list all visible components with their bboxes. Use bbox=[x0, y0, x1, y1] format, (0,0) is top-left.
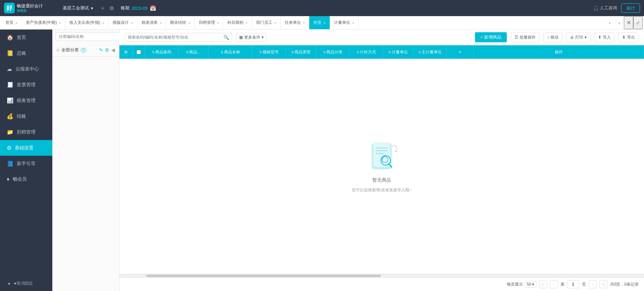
consultant-button[interactable]: 🎧 人工咨询 bbox=[593, 5, 617, 11]
sidebar-label-0: 首页 bbox=[17, 35, 26, 41]
settings-icon[interactable]: ⚙ bbox=[109, 5, 114, 11]
more-filters-button[interactable]: ▦ 更多条件 ▾ bbox=[236, 33, 267, 42]
tab-close-8[interactable]: × bbox=[274, 21, 276, 25]
export-label: 导出 bbox=[627, 35, 635, 40]
batch-operation-button[interactable]: ☰ 批量操作 bbox=[511, 33, 539, 42]
th-unit-label: 计量单位 bbox=[392, 49, 408, 55]
tab-item-10[interactable]: 存货× bbox=[309, 16, 330, 29]
th-checkbox[interactable] bbox=[133, 45, 145, 59]
sidebar-item-6[interactable]: 📁归档管理 bbox=[0, 124, 52, 140]
tab-item-7[interactable]: 科目期初× bbox=[223, 16, 252, 29]
add-tab-icon[interactable]: ＋ bbox=[100, 5, 105, 12]
content-area: 🔍 ⊞ 全部分类 0 ✎ ⚙ ◀ bbox=[52, 30, 644, 291]
table-header: ⚙ ⇅ 商品条码 ⇅ 商品... ⇅ 商品名称 bbox=[119, 45, 644, 59]
tab-item-11[interactable]: 计量单位× bbox=[330, 16, 359, 29]
print-icon: 🖨 bbox=[570, 35, 574, 40]
th-type[interactable]: ⇅ 商品类型 bbox=[286, 45, 316, 59]
sidebar-item-5[interactable]: 💰结账 bbox=[0, 108, 52, 124]
tab-item-6[interactable]: 归档管理× bbox=[195, 16, 223, 29]
th-barcode[interactable]: ⇅ 商品条码 bbox=[145, 45, 178, 59]
sidebar-item-9[interactable]: ♦畅会员 bbox=[0, 172, 52, 187]
svg-point-5 bbox=[382, 157, 388, 163]
sidebar-item-3[interactable]: 🧾发票管理 bbox=[0, 77, 52, 93]
sidebar-item-8[interactable]: 📘新手引导 bbox=[0, 156, 52, 172]
tab-close-11[interactable]: × bbox=[352, 21, 354, 25]
account-button[interactable]: 会计 bbox=[621, 3, 640, 13]
sidebar-item-1[interactable]: 📒总账 bbox=[0, 45, 52, 61]
main-search-icon[interactable]: 🔍 bbox=[223, 35, 229, 40]
settings-categories-icon[interactable]: ⚙ bbox=[105, 47, 109, 53]
tab-close-0[interactable]: × bbox=[15, 21, 17, 25]
print-button[interactable]: 🖨 打印 ▾ bbox=[566, 33, 590, 42]
th-col3[interactable]: ≡ bbox=[447, 45, 474, 59]
pagination-bar: 每页显示 50 ▾ |‹ ‹ 第 页 › ›| 共0页，0条记录 bbox=[119, 277, 644, 291]
th-settings[interactable]: ⚙ bbox=[119, 45, 133, 59]
th-code-label: 商品... bbox=[189, 49, 201, 55]
tab-item-5[interactable]: 期末结转× bbox=[166, 16, 195, 29]
cancel-pin-button[interactable]: ◄ ◄取消固定 bbox=[0, 276, 52, 291]
tab-close-all-button[interactable]: ✕ bbox=[624, 16, 633, 29]
tab-expand-button[interactable]: ⤢ bbox=[633, 16, 643, 29]
tab-label-9: 往来单位 bbox=[285, 20, 301, 26]
tab-close-7[interactable]: × bbox=[246, 21, 248, 25]
th-price-method[interactable]: ⇅ 计价方式 bbox=[350, 45, 383, 59]
tab-prev-button[interactable]: ‹ bbox=[605, 16, 614, 29]
sidebar-label-9: 畅会员 bbox=[13, 176, 27, 182]
sidebar-item-7[interactable]: ⚙基础设置 bbox=[0, 140, 52, 156]
add-product-button[interactable]: + 新增商品 bbox=[475, 32, 507, 42]
cancel-pin-label: ◄取消固定 bbox=[13, 281, 33, 286]
main-search-input[interactable] bbox=[128, 35, 223, 40]
tab-item-8[interactable]: 部门员工× bbox=[252, 16, 281, 29]
tab-item-0[interactable]: 首页× bbox=[1, 16, 22, 29]
collapse-panel-icon[interactable]: ◀ bbox=[111, 47, 115, 53]
tab-item-2[interactable]: 收入支出表(年报)× bbox=[65, 16, 109, 29]
th-spec[interactable]: ⇅ 规格型号 bbox=[252, 45, 286, 59]
th-code[interactable]: ⇅ 商品... bbox=[178, 45, 209, 59]
main-search-box[interactable]: 🔍 bbox=[125, 33, 232, 42]
sidebar-item-2[interactable]: ☁云报表中心 bbox=[0, 61, 52, 77]
company-selector[interactable]: 基层工会测试 ▾ bbox=[60, 4, 96, 12]
scrollbar-thumb[interactable] bbox=[146, 275, 381, 277]
tab-close-10[interactable]: × bbox=[323, 21, 325, 25]
move-button[interactable]: ↕ 移动 bbox=[543, 33, 562, 42]
empty-title: 暂无商品 bbox=[372, 177, 391, 183]
export-icon: ⬇ bbox=[622, 35, 626, 40]
select-all-checkbox[interactable] bbox=[137, 50, 141, 54]
horizontal-scrollbar[interactable] bbox=[119, 274, 644, 277]
sidebar-item-4[interactable]: 📊税务管理 bbox=[0, 93, 52, 108]
tab-close-5[interactable]: × bbox=[188, 21, 190, 25]
tab-close-2[interactable]: × bbox=[102, 21, 104, 25]
export-button[interactable]: ⬇ 导出 bbox=[619, 33, 639, 42]
left-search-input[interactable] bbox=[59, 34, 127, 39]
last-page-button[interactable]: ›| bbox=[599, 280, 607, 288]
th-name[interactable]: ⇅ 商品名称 bbox=[209, 45, 252, 59]
prev-page-button[interactable]: ‹ bbox=[550, 280, 558, 288]
tab-item-3[interactable]: 模版设计× bbox=[109, 16, 137, 29]
first-page-button[interactable]: |‹ bbox=[539, 280, 547, 288]
print-chevron-icon: ▾ bbox=[585, 35, 587, 40]
tab-close-6[interactable]: × bbox=[217, 21, 219, 25]
headset-icon: 🎧 bbox=[593, 6, 598, 11]
tab-close-4[interactable]: × bbox=[160, 21, 162, 25]
chevron-down-icon: ▾ bbox=[91, 6, 93, 11]
app-logo-icon: 好 bbox=[4, 3, 15, 13]
all-categories-label[interactable]: 全部分类 bbox=[61, 47, 79, 53]
tab-close-3[interactable]: × bbox=[131, 21, 133, 25]
th-unit[interactable]: ⇅ 计量单位 bbox=[383, 45, 413, 59]
page-number-input[interactable] bbox=[567, 280, 579, 288]
th-main-unit[interactable]: ⇅ 主计量单位 bbox=[413, 45, 447, 59]
tab-item-4[interactable]: 税表清单× bbox=[138, 16, 166, 29]
tab-next-button[interactable]: › bbox=[614, 16, 624, 29]
tab-close-1[interactable]: × bbox=[59, 21, 61, 25]
import-button[interactable]: ⬆ 导入 bbox=[594, 33, 614, 42]
edit-icon[interactable]: ✎ bbox=[99, 47, 103, 53]
tab-item-9[interactable]: 往来单位× bbox=[281, 16, 309, 29]
calendar-icon[interactable]: 📅 bbox=[150, 5, 156, 11]
sidebar-item-0[interactable]: 🏠首页 bbox=[0, 30, 52, 45]
next-page-button[interactable]: › bbox=[589, 280, 597, 288]
tab-close-9[interactable]: × bbox=[303, 21, 305, 25]
th-main-unit-label: 主计量单位 bbox=[422, 49, 442, 55]
tab-item-1[interactable]: 资产负债表(中期)× bbox=[22, 16, 65, 29]
page-size-box[interactable]: 50 ▾ bbox=[524, 281, 536, 288]
th-category[interactable]: ⇅ 商品分类 bbox=[316, 45, 350, 59]
